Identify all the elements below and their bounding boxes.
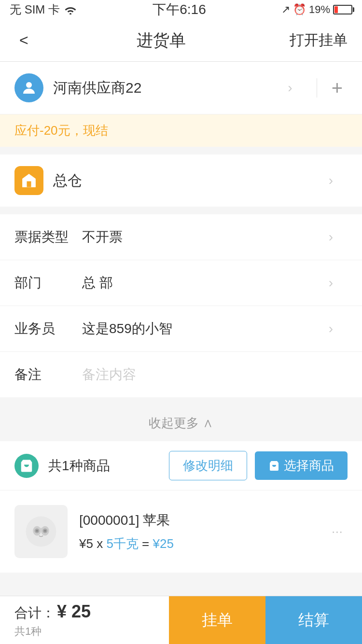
supplier-divider	[317, 78, 317, 98]
bottom-bar: 合计： ¥ 25 共1种 挂单 结算	[0, 596, 362, 644]
product-info: [0000001] 苹果 ¥5 x 5千克 = ¥25	[79, 511, 327, 552]
collapse-button[interactable]: 收起更多 ∧	[0, 405, 362, 441]
products-count: 共1种商品	[48, 457, 169, 475]
dept-chevron-icon: ›	[329, 275, 333, 291]
status-carrier: 无 SIM 卡	[10, 2, 77, 17]
alarm-icon: ⏰	[293, 3, 306, 16]
battery-icon	[333, 5, 352, 14]
add-supplier-button[interactable]: +	[327, 77, 348, 99]
owl-icon	[24, 515, 58, 548]
products-header: 共1种商品 修改明细 选择商品	[0, 441, 362, 490]
wifi-icon	[64, 5, 77, 14]
sales-label: 业务员	[14, 320, 72, 338]
invoice-label: 票据类型	[14, 228, 72, 246]
remark-input[interactable]: 备注内容	[82, 365, 348, 384]
product-item: [0000001] 苹果 ¥5 x 5千克 = ¥25 ···	[0, 490, 362, 573]
total-section: 合计： ¥ 25 共1种	[0, 602, 169, 639]
back-button[interactable]: <	[14, 27, 33, 54]
more-button[interactable]: ···	[327, 519, 348, 544]
hang-button[interactable]: 挂单	[169, 596, 265, 644]
edit-detail-button[interactable]: 修改明细	[169, 451, 247, 480]
warehouse-section: 总仓 ›	[0, 154, 362, 207]
sales-row[interactable]: 业务员 这是859的小智 ›	[0, 306, 362, 352]
supplier-notice: 应付-20元，现结	[0, 114, 362, 147]
supplier-row[interactable]: 河南供应商22 › +	[0, 62, 362, 114]
select-product-label: 选择商品	[284, 457, 334, 474]
price-separator: x	[97, 536, 106, 551]
products-section: 共1种商品 修改明细 选择商品	[0, 441, 362, 573]
person-icon	[20, 79, 38, 97]
svg-point-3	[26, 517, 56, 547]
total-amount: ¥ 25	[57, 602, 91, 622]
home-icon	[20, 172, 38, 189]
dept-label: 部门	[14, 274, 72, 292]
product-total: ¥25	[153, 536, 174, 551]
location-icon: ↗	[281, 3, 290, 16]
invoice-value: 不开票	[82, 228, 329, 246]
remark-label: 备注	[14, 365, 72, 384]
warehouse-row[interactable]: 总仓 ›	[0, 154, 362, 207]
supplier-name: 河南供应商22	[53, 78, 288, 98]
unit-price: ¥5	[79, 536, 93, 551]
quantity: 5千克	[106, 536, 138, 551]
remark-row[interactable]: 备注 备注内容	[0, 352, 362, 397]
open-pending-button[interactable]: 打开挂单	[290, 30, 348, 50]
total-count: 共1种	[14, 624, 154, 639]
settle-button[interactable]: 结算	[265, 596, 362, 644]
cart-icon	[268, 460, 280, 472]
select-product-button[interactable]: 选择商品	[255, 451, 348, 480]
bag-icon	[19, 459, 34, 473]
invoice-chevron-icon: ›	[329, 229, 333, 245]
warehouse-icon	[14, 166, 43, 195]
status-time: 下午6:16	[153, 0, 206, 19]
main-content: 河南供应商22 › + 应付-20元，现结 总仓 › 票据类型 不开票 ›	[0, 62, 362, 633]
equals-sign: =	[142, 536, 153, 551]
invoice-row[interactable]: 票据类型 不开票 ›	[0, 214, 362, 260]
product-title: 苹果	[143, 513, 170, 528]
product-name: [0000001] 苹果	[79, 511, 327, 530]
svg-rect-2	[27, 182, 31, 187]
supplier-avatar	[14, 73, 43, 102]
product-price: ¥5 x 5千克 = ¥25	[79, 535, 327, 552]
products-icon	[14, 454, 39, 478]
status-bar: 无 SIM 卡 下午6:16 ↗ ⏰ 19%	[0, 0, 362, 19]
svg-point-9	[44, 530, 46, 532]
warehouse-chevron-icon: ›	[329, 173, 333, 188]
total-main: 合计： ¥ 25	[14, 602, 154, 622]
svg-point-0	[70, 13, 71, 14]
sales-chevron-icon: ›	[329, 321, 333, 336]
page-title: 进货单	[137, 29, 186, 52]
product-thumbnail	[14, 505, 68, 558]
svg-point-8	[36, 530, 38, 532]
status-icons: ↗ ⏰ 19%	[281, 3, 352, 16]
svg-point-1	[26, 82, 32, 88]
dept-row[interactable]: 部门 总 部 ›	[0, 260, 362, 306]
dept-value: 总 部	[82, 274, 329, 292]
warehouse-name: 总仓	[53, 171, 329, 191]
supplier-chevron-icon: ›	[288, 80, 292, 96]
battery-percent: 19%	[309, 3, 330, 16]
sales-value: 这是859的小智	[82, 320, 329, 338]
product-code: [0000001]	[79, 513, 139, 528]
total-label: 合计：	[14, 604, 55, 622]
form-section: 票据类型 不开票 › 部门 总 部 › 业务员 这是859的小智 › 备注 备注…	[0, 214, 362, 397]
supplier-section: 河南供应商22 › + 应付-20元，现结	[0, 62, 362, 147]
carrier-text: 无 SIM 卡	[10, 2, 60, 17]
nav-bar: < 进货单 打开挂单	[0, 19, 362, 62]
